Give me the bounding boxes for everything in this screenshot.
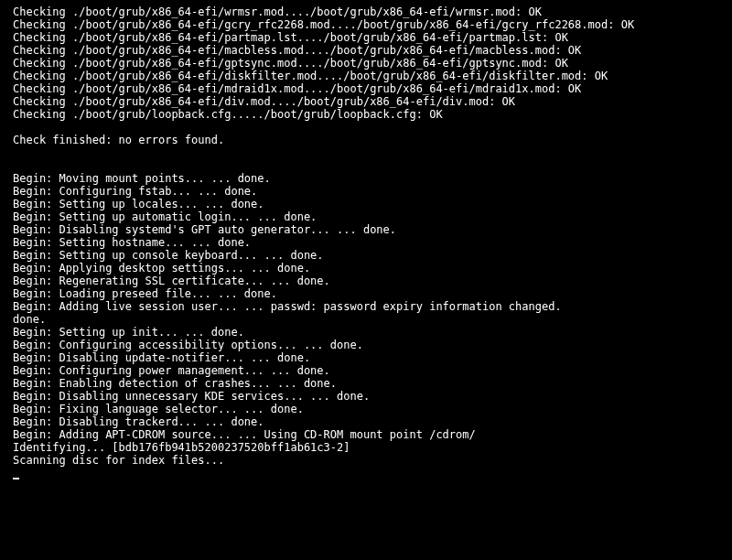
terminal-line: Begin: Configuring accessibility options… <box>13 339 732 351</box>
terminal-line: Identifying... [bdb176fb941b5200237520bf… <box>13 441 732 454</box>
terminal-output: Checking ./boot/grub/x86_64-efi/wrmsr.mo… <box>0 0 732 479</box>
terminal-line: Checking ./boot/grub/x86_64-efi/diskfilt… <box>13 70 732 82</box>
terminal-line: Begin: Setting up locales... ... done. <box>13 198 732 210</box>
terminal-line: Checking ./boot/grub/x86_64-efi/div.mod.… <box>13 95 732 108</box>
terminal-line: done. <box>13 313 732 326</box>
terminal-line: Checking ./boot/grub/x86_64-efi/partmap.… <box>13 31 732 44</box>
terminal-line: Checking ./boot/grub/x86_64-efi/wrmsr.mo… <box>13 5 732 18</box>
terminal-line <box>13 159 732 172</box>
terminal-line: Begin: Setting up init... ... done. <box>13 326 732 339</box>
terminal-line: Scanning disc for index files... <box>13 454 732 467</box>
terminal-line: Checking ./boot/grub/x86_64-efi/gcry_rfc… <box>13 18 732 31</box>
terminal-line: Begin: Applying desktop settings... ... … <box>13 262 732 275</box>
terminal-line: Begin: Setting hostname... ... done. <box>13 236 732 249</box>
terminal-line: Begin: Setting up automatic login... ...… <box>13 210 732 223</box>
terminal-line: Begin: Moving mount points... ... done. <box>13 172 732 185</box>
terminal-line: Check finished: no errors found. <box>13 134 732 146</box>
terminal-line: Begin: Loading preseed file... ... done. <box>13 287 732 300</box>
terminal-line: Begin: Fixing language selector... ... d… <box>13 403 732 415</box>
terminal-line: Begin: Configuring power management... .… <box>13 364 732 377</box>
terminal-line: Checking ./boot/grub/x86_64-efi/macbless… <box>13 44 732 57</box>
terminal-line: Checking ./boot/grub/loopback.cfg...../b… <box>13 108 732 121</box>
terminal-line: Checking ./boot/grub/x86_64-efi/gptsync.… <box>13 57 732 70</box>
terminal-line: Begin: Enabling detection of crashes... … <box>13 377 732 390</box>
terminal-line: Begin: Disabling systemd's GPT auto gene… <box>13 223 732 236</box>
terminal-line: Begin: Adding APT-CDROM source... ... Us… <box>13 428 732 441</box>
terminal-line: Begin: Adding live session user... ... p… <box>13 300 732 313</box>
terminal-line <box>13 121 732 134</box>
cursor-line <box>13 467 732 479</box>
terminal-line: Begin: Disabling trackerd... ... done. <box>13 415 732 428</box>
terminal-line: Begin: Regenerating SSL certificate... .… <box>13 275 732 287</box>
terminal-line <box>13 146 732 159</box>
cursor-icon <box>13 478 19 479</box>
terminal-line: Begin: Disabling update-notifier... ... … <box>13 351 732 364</box>
terminal-line: Begin: Setting up console keyboard... ..… <box>13 249 732 262</box>
terminal-line: Checking ./boot/grub/x86_64-efi/mdraid1x… <box>13 82 732 95</box>
terminal-line: Begin: Disabling unnecessary KDE service… <box>13 390 732 403</box>
terminal-line: Begin: Configuring fstab... ... done. <box>13 185 732 198</box>
